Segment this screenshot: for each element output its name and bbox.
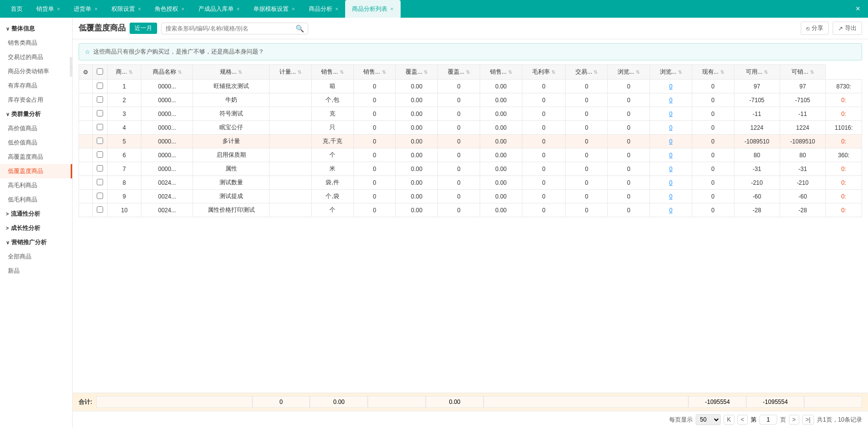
time-filter-button[interactable]: 近一月 xyxy=(130,23,157,34)
row-checkbox[interactable] xyxy=(97,193,103,199)
nav-sales[interactable]: 销货单 × xyxy=(29,0,67,18)
nav-product-inbound-close[interactable]: × xyxy=(237,6,240,12)
sidebar-toggle[interactable]: « xyxy=(70,57,73,77)
last-page-button[interactable]: >| xyxy=(802,415,814,425)
nav-product-analysis-list-close[interactable]: × xyxy=(390,6,393,12)
sidebar-item-low-coverage[interactable]: 低覆盖度商品 xyxy=(0,164,72,178)
col-cover2[interactable]: 覆盖... ⇅ xyxy=(438,65,480,80)
row-checkbox[interactable] xyxy=(97,124,103,130)
row-checkbox[interactable] xyxy=(97,165,103,171)
select-all-checkbox[interactable] xyxy=(97,68,103,75)
sidebar-item-stock-capital[interactable]: 库存资金占用 xyxy=(0,93,72,107)
table-row: 50000...多计量克,千克00.0000.0000000-1089510-1… xyxy=(79,135,862,148)
col-browse2[interactable]: 浏览... ⇅ xyxy=(650,65,692,80)
sidebar-group-overall[interactable]: ∨ 整体信息 xyxy=(0,22,72,36)
nav-product-inbound[interactable]: 产成品入库单 × xyxy=(191,0,246,18)
totals-cells: 0 0.00 0.00 -1095554 -1095554 xyxy=(96,396,862,408)
sidebar-item-all-products[interactable]: 全部商品 xyxy=(0,250,72,264)
collapse-icon-overall: ∨ xyxy=(6,26,9,31)
settings-header[interactable]: ⚙ xyxy=(79,65,93,80)
row-checkbox[interactable] xyxy=(97,138,103,144)
nav-role-auth-close[interactable]: × xyxy=(181,6,184,12)
col-unit[interactable]: 计量... ⇅ xyxy=(269,65,311,80)
search-icon[interactable]: 🔍 xyxy=(296,25,304,32)
search-input[interactable] xyxy=(165,25,296,32)
col-current-stock[interactable]: 现有... ⇅ xyxy=(692,65,734,80)
collapse-icon-circulation: > xyxy=(6,211,9,217)
nav-close-all[interactable]: × xyxy=(852,4,864,13)
table-row: 30000...符号测试克00.0000.0000000-11-110: xyxy=(79,107,862,121)
row-checkbox[interactable] xyxy=(97,96,103,103)
col-spec[interactable]: 规格... ⇅ xyxy=(193,65,270,80)
nav-product-analysis-close[interactable]: × xyxy=(335,6,338,12)
col-gross-margin[interactable]: 毛利率 ⇅ xyxy=(522,65,566,80)
col-name[interactable]: 商品名称 ⇅ xyxy=(141,65,193,80)
row-checkbox[interactable] xyxy=(97,83,103,89)
next-page-button[interactable]: > xyxy=(789,415,799,425)
table-wrapper[interactable]: ⚙ 商... ⇅ 商品名称 ⇅ 规格... ⇅ 计量... ⇅ 销售... ⇅ … xyxy=(73,64,868,393)
row-checkbox[interactable] xyxy=(97,110,103,116)
page-size-select[interactable]: 50 20 100 xyxy=(696,414,721,425)
row-checkbox[interactable] xyxy=(97,151,103,158)
totals-saleable xyxy=(804,396,862,408)
sidebar-item-low-margin[interactable]: 低毛利商品 xyxy=(0,193,72,207)
content-area: 低覆盖度商品 近一月 🔍 ⎋ 分享 ↗ 导出 ☆ 这些商品只有很少客户购买过，是… xyxy=(73,18,868,428)
sidebar-group-marketing[interactable]: ∨ 营销推广分析 xyxy=(0,235,72,250)
first-page-button[interactable]: K xyxy=(724,415,734,425)
sidebar-item-low-value[interactable]: 低价值商品 xyxy=(0,136,72,150)
page-size-label: 每页显示 xyxy=(669,416,693,424)
totals-available-stock: -1095554 xyxy=(746,396,804,408)
page-label: 第 xyxy=(751,416,757,424)
col-cover1[interactable]: 覆盖... ⇅ xyxy=(396,65,438,80)
col-browse1[interactable]: 浏览... ⇅ xyxy=(608,65,650,80)
table-row: 60000...启用保质期个00.0000.00000008080360: xyxy=(79,148,862,162)
row-checkbox[interactable] xyxy=(97,179,103,185)
checkbox-header[interactable] xyxy=(93,65,108,80)
col-sales3[interactable]: 销售... ⇅ xyxy=(480,65,522,80)
sidebar-item-new-products[interactable]: 新品 xyxy=(0,264,72,278)
collapse-icon-marketing: ∨ xyxy=(6,240,9,245)
sidebar-item-in-stock[interactable]: 有库存商品 xyxy=(0,79,72,93)
nav-product-analysis-list[interactable]: 商品分析列表 × xyxy=(345,0,400,18)
sidebar-item-traded-products[interactable]: 交易过的商品 xyxy=(0,50,72,64)
row-checkbox[interactable] xyxy=(97,206,103,213)
totals-spacer1 xyxy=(96,396,252,408)
table-row: 90024...测试提成个,袋00.0000.0000000-60-600: xyxy=(79,190,862,203)
nav-template-settings-close[interactable]: × xyxy=(292,6,295,12)
sidebar-item-sales-products[interactable]: 销售类商品 xyxy=(0,36,72,50)
sidebar-group-growth[interactable]: > 成长性分析 xyxy=(0,221,72,235)
prev-page-button[interactable]: < xyxy=(737,415,748,425)
sidebar-group-cluster[interactable]: ∨ 类群量分析 xyxy=(0,107,72,121)
nav-permissions-close[interactable]: × xyxy=(138,6,141,12)
share-button[interactable]: ⎋ 分享 xyxy=(801,22,829,35)
sidebar-item-high-value[interactable]: 高价值商品 xyxy=(0,121,72,136)
collapse-icon-cluster: ∨ xyxy=(6,112,9,117)
nav-product-analysis[interactable]: 商品分析 × xyxy=(302,0,345,18)
nav-permissions[interactable]: 权限设置 × xyxy=(105,0,148,18)
col-code[interactable]: 商... ⇅ xyxy=(108,65,141,80)
nav-purchase-close[interactable]: × xyxy=(94,6,97,12)
total-records-info: 共1页，10条记录 xyxy=(817,416,862,424)
col-saleable[interactable]: 可销... ⇅ xyxy=(780,65,825,80)
nav-sales-close[interactable]: × xyxy=(57,6,60,12)
sidebar-item-high-margin[interactable]: 高毛利商品 xyxy=(0,178,72,193)
nav-home[interactable]: 首页 xyxy=(4,0,29,18)
nav-template-settings[interactable]: 单据模板设置 × xyxy=(246,0,301,18)
export-icon: ↗ xyxy=(838,25,843,32)
col-available-stock[interactable]: 可用... ⇅ xyxy=(734,65,780,80)
pagination: 每页显示 50 20 100 K < 第 页 > >| 共1页，10条记录 xyxy=(73,411,868,428)
export-button[interactable]: ↗ 导出 xyxy=(833,22,862,35)
totals-cover1 xyxy=(368,396,426,408)
totals-current-stock: -1095554 xyxy=(688,396,746,408)
col-trade[interactable]: 交易... ⇅ xyxy=(566,65,608,80)
sidebar-group-circulation[interactable]: > 流通性分析 xyxy=(0,207,72,221)
share-icon: ⎋ xyxy=(806,25,810,32)
totals-bar: 合计: 0 0.00 0.00 -1095554 -1095554 xyxy=(73,393,868,411)
page-number-input[interactable] xyxy=(760,415,777,425)
sidebar-item-high-coverage[interactable]: 高覆盖度商品 xyxy=(0,150,72,164)
nav-purchase[interactable]: 进货单 × xyxy=(67,0,104,18)
sidebar-item-category-rate[interactable]: 商品分类动销率 xyxy=(0,64,72,79)
col-sales-amount[interactable]: 销售... ⇅ xyxy=(353,65,396,80)
col-sales-count[interactable]: 销售... ⇅ xyxy=(311,65,353,80)
nav-role-auth[interactable]: 角色授权 × xyxy=(148,0,191,18)
